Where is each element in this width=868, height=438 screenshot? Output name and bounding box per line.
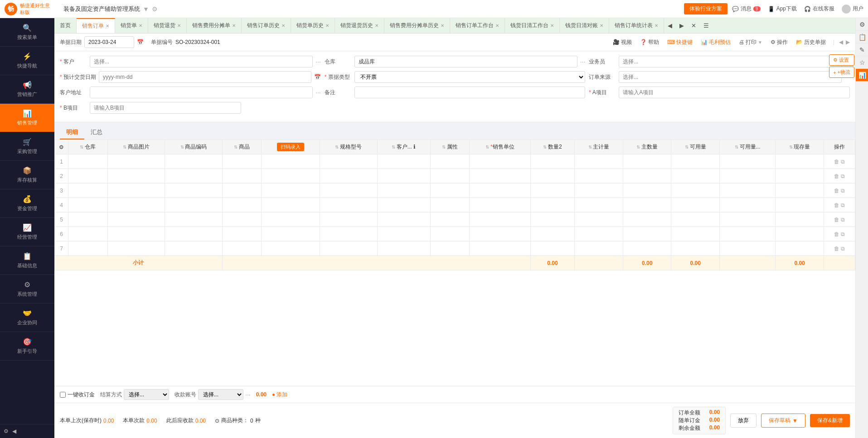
- tab-close-order-stats[interactable]: ✕: [655, 23, 658, 28]
- receipt-account-select[interactable]: 选择...: [198, 389, 243, 400]
- tab-sales-order[interactable]: 销售订单 ✕: [77, 18, 115, 34]
- cell-main-qty-1[interactable]: [623, 154, 671, 169]
- message-btn[interactable]: 💬 消息 9: [732, 5, 761, 13]
- copy-icon-2[interactable]: ⧉: [841, 173, 845, 179]
- sidebar-item-finance[interactable]: 💰 资金管理: [0, 189, 54, 218]
- cell-current-3[interactable]: [776, 183, 824, 198]
- tab-sales-slip[interactable]: 销货单 ✕: [115, 18, 148, 34]
- help-btn[interactable]: ❓ 帮助: [637, 38, 662, 47]
- tab-order-history[interactable]: 销售订单历史 ✕: [242, 18, 291, 34]
- delete-icon-7[interactable]: 🗑: [834, 245, 839, 252]
- salesman-input[interactable]: [619, 56, 842, 67]
- col-spec[interactable]: 规格型号: [320, 140, 377, 154]
- online-support-btn[interactable]: 🎧 在线客服: [804, 5, 834, 13]
- tab-order-workbench[interactable]: 销售订单工作台 ✕: [450, 18, 505, 34]
- sidebar-item-basic[interactable]: 📋 基础信息: [0, 246, 54, 275]
- history-btn[interactable]: 📂 历史单据: [793, 38, 829, 47]
- tab-cash-reconcile[interactable]: 钱货日清对账 ✕: [560, 18, 609, 34]
- copy-icon-1[interactable]: ⧉: [841, 159, 845, 165]
- cell-available-3[interactable]: [671, 183, 720, 198]
- tab-close-all-btn[interactable]: ✕: [688, 18, 700, 34]
- tab-menu-btn[interactable]: ☰: [700, 18, 713, 34]
- view-btn[interactable]: 🎥 视频: [610, 38, 635, 47]
- detail-tab-detail[interactable]: 明细: [60, 126, 84, 140]
- tab-expense-split[interactable]: 销售费用分摊单 ✕: [187, 18, 242, 34]
- sidebar-item-purchase[interactable]: 🛒 采购管理: [0, 132, 54, 161]
- customer-dots-btn[interactable]: ···: [315, 58, 321, 65]
- cell-main-qty-2[interactable]: [623, 169, 671, 183]
- col-attr[interactable]: 属性: [430, 140, 470, 154]
- cell-scan-3[interactable]: [262, 183, 320, 198]
- cell-qty2-1[interactable]: [530, 154, 575, 169]
- tab-close-expense-history[interactable]: ✕: [441, 23, 444, 28]
- cell-available-2[interactable]: [671, 169, 720, 183]
- cell-scan-1[interactable]: [262, 154, 320, 169]
- delete-icon-2[interactable]: 🗑: [834, 173, 839, 179]
- col-available[interactable]: 可用量: [671, 140, 720, 154]
- user-btn[interactable]: 用户: [842, 5, 863, 14]
- col-available2[interactable]: 可用量...: [720, 140, 776, 154]
- delete-icon-6[interactable]: 🗑: [834, 231, 839, 237]
- industry-btn[interactable]: 体验行业方案: [684, 3, 727, 14]
- right-panel-btn-4[interactable]: ☆: [856, 56, 868, 69]
- bill-date-input[interactable]: [84, 36, 134, 48]
- tab-close-sales-order[interactable]: ✕: [106, 24, 109, 29]
- cell-current-2[interactable]: [776, 169, 824, 183]
- copy-icon-6[interactable]: ⧉: [841, 231, 845, 237]
- sidebar-item-nav[interactable]: ⚡ 快捷导航: [0, 47, 54, 75]
- scan-btn[interactable]: 扫码录入: [277, 143, 304, 151]
- cell-spec-1[interactable]: [320, 154, 377, 169]
- col-image[interactable]: 商品图片: [107, 140, 165, 154]
- cell-unit-2[interactable]: [470, 169, 530, 183]
- cell-main-unit-1[interactable]: [575, 154, 623, 169]
- cell-main-qty-3[interactable]: [623, 183, 671, 198]
- cell-code-2[interactable]: [165, 169, 223, 183]
- delete-icon-5[interactable]: 🗑: [834, 217, 839, 223]
- order-source-input[interactable]: [619, 71, 842, 83]
- delete-icon-4[interactable]: 🗑: [834, 202, 839, 208]
- shortcut-btn[interactable]: ⌨ 快捷键: [664, 38, 695, 47]
- cell-scan-2[interactable]: [262, 169, 320, 183]
- cell-customer-code-1[interactable]: [377, 154, 430, 169]
- cell-image-1[interactable]: [107, 154, 165, 169]
- col-code[interactable]: 商品编码: [165, 140, 223, 154]
- col-main-unit[interactable]: 主计量: [575, 140, 623, 154]
- sidebar-item-marketing[interactable]: 📢 营销推广: [0, 75, 54, 104]
- sidebar-item-search[interactable]: 🔍 搜索菜单: [0, 18, 54, 47]
- delivery-calendar-icon[interactable]: 📅: [314, 74, 321, 80]
- cell-attr-3[interactable]: [430, 183, 470, 198]
- customer-address-input[interactable]: [90, 87, 313, 98]
- cell-current-1[interactable]: [776, 154, 824, 169]
- cell-code-1[interactable]: [165, 154, 223, 169]
- settings-icon[interactable]: ⚙: [4, 428, 9, 434]
- cell-available2-1[interactable]: [720, 154, 776, 169]
- tab-prev-btn[interactable]: ◀: [664, 18, 676, 34]
- warehouse-dots-btn[interactable]: ···: [580, 58, 586, 65]
- cell-warehouse-2[interactable]: [68, 169, 108, 183]
- cell-code-3[interactable]: [165, 183, 223, 198]
- right-panel-btn-5[interactable]: 📊: [856, 69, 868, 82]
- col-unit[interactable]: *销售单位: [470, 140, 530, 154]
- add-logistics-btn[interactable]: + +物流: [829, 67, 854, 78]
- cell-spec-3[interactable]: [320, 183, 377, 198]
- remark-input[interactable]: [354, 87, 586, 98]
- payment-method-select[interactable]: 选择...: [124, 389, 169, 400]
- a-project-input[interactable]: [619, 87, 850, 98]
- sidebar-item-system[interactable]: ⚙ 系统管理: [0, 275, 54, 303]
- tab-close-sales-return[interactable]: ✕: [177, 23, 181, 28]
- tab-home[interactable]: 首页: [54, 18, 77, 34]
- tab-close-expense-split[interactable]: ✕: [232, 23, 236, 28]
- settlement-checkbox[interactable]: [60, 392, 66, 398]
- col-main-qty[interactable]: 主数量: [623, 140, 671, 154]
- copy-icon-3[interactable]: ⧉: [841, 188, 845, 194]
- tab-close-cash-workbench[interactable]: ✕: [550, 23, 554, 28]
- b-project-input[interactable]: [90, 102, 241, 114]
- cell-qty2-3[interactable]: [530, 183, 575, 198]
- tab-return-history[interactable]: 销货退货历史 ✕: [335, 18, 384, 34]
- delivery-date-input[interactable]: [99, 71, 311, 83]
- settings-main-btn[interactable]: ⚙ 设置: [829, 54, 854, 66]
- col-product[interactable]: 商品: [222, 140, 262, 154]
- tab-close-return-history[interactable]: ✕: [375, 23, 378, 28]
- cell-available2-2[interactable]: [720, 169, 776, 183]
- warehouse-input[interactable]: [354, 56, 577, 67]
